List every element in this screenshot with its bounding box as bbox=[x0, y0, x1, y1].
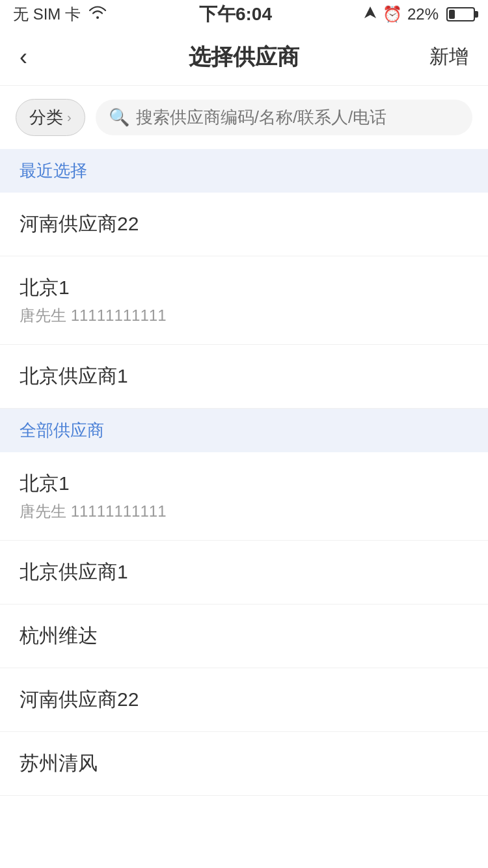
list-item[interactable]: 北京供应商1 bbox=[0, 541, 488, 604]
page-title: 选择供应商 bbox=[189, 42, 299, 72]
item-name: 北京供应商1 bbox=[20, 363, 468, 390]
item-name: 北京1 bbox=[20, 275, 468, 301]
item-name: 北京1 bbox=[20, 470, 468, 497]
item-sub: 唐先生 11111111111 bbox=[20, 305, 468, 326]
list-item[interactable]: 苏州清风 bbox=[0, 732, 488, 796]
list-item[interactable]: 杭州维达 bbox=[0, 604, 488, 668]
section-header-recent: 最近选择 bbox=[0, 149, 488, 193]
item-name: 河南供应商22 bbox=[20, 686, 468, 713]
category-filter-button[interactable]: 分类 › bbox=[16, 99, 85, 136]
search-input[interactable] bbox=[136, 107, 459, 128]
list-item[interactable]: 河南供应商22 bbox=[0, 193, 488, 256]
battery-percent: 22% bbox=[407, 5, 439, 23]
battery-icon bbox=[446, 7, 475, 21]
wifi-icon bbox=[87, 5, 108, 24]
sections-container: 最近选择河南供应商22北京1唐先生 11111111111北京供应商1全部供应商… bbox=[0, 149, 488, 796]
item-name: 杭州维达 bbox=[20, 623, 468, 649]
alarm-icon: ⏰ bbox=[383, 5, 402, 23]
list-item[interactable]: 河南供应商22 bbox=[0, 668, 488, 732]
add-button[interactable]: 新增 bbox=[416, 44, 468, 70]
time-label: 下午6:04 bbox=[199, 2, 272, 27]
carrier-label: 无 SIM 卡 bbox=[13, 4, 81, 25]
list-item[interactable]: 北京1唐先生 11111111111 bbox=[0, 256, 488, 345]
chevron-right-icon: › bbox=[67, 110, 72, 125]
nav-bar: ‹ 选择供应商 新增 bbox=[0, 29, 488, 86]
search-filter-bar: 分类 › 🔍 bbox=[0, 86, 488, 149]
item-name: 河南供应商22 bbox=[20, 211, 468, 237]
status-right: ⏰ 22% bbox=[363, 5, 475, 23]
status-bar: 无 SIM 卡 下午6:04 ⏰ 22% bbox=[0, 0, 488, 29]
item-sub: 唐先生 11111111111 bbox=[20, 501, 468, 522]
svg-marker-0 bbox=[364, 7, 376, 18]
status-left: 无 SIM 卡 bbox=[13, 4, 108, 25]
item-name: 苏州清风 bbox=[20, 750, 468, 777]
list-item[interactable]: 北京供应商1 bbox=[0, 345, 488, 409]
list-item[interactable]: 北京1唐先生 11111111111 bbox=[0, 452, 488, 541]
back-button[interactable]: ‹ bbox=[20, 44, 72, 71]
search-icon: 🔍 bbox=[109, 107, 129, 128]
item-name: 北京供应商1 bbox=[20, 559, 468, 586]
category-label: 分类 bbox=[29, 106, 63, 129]
location-icon bbox=[363, 5, 377, 23]
section-header-all: 全部供应商 bbox=[0, 409, 488, 452]
search-wrapper: 🔍 bbox=[96, 100, 472, 135]
